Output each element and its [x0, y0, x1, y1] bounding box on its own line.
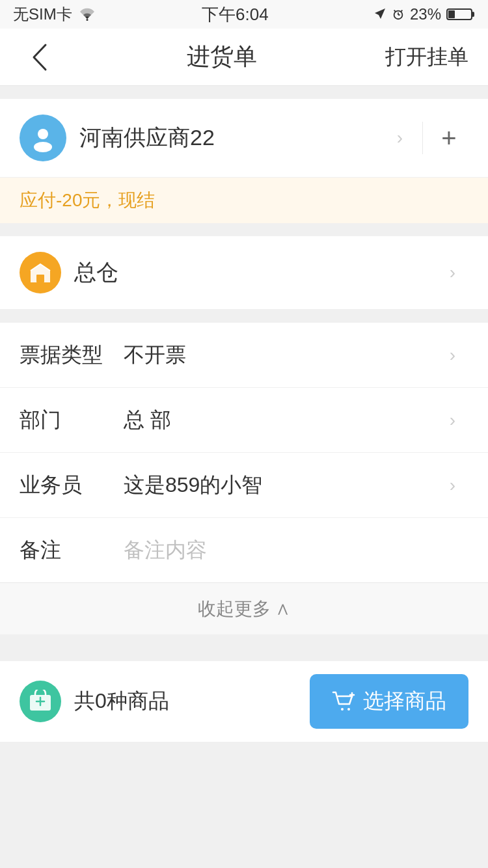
invoice-type-row[interactable]: 票据类型 不开票 ›: [0, 322, 488, 387]
status-bar: 无SIM卡 下午6:04 23%: [0, 0, 488, 29]
cart-icon: [332, 690, 355, 713]
supplier-name: 河南供应商22: [79, 123, 397, 153]
notice-bar: 应付-20元，现结: [0, 178, 488, 223]
section-gap-2: [0, 223, 488, 236]
department-label: 部门: [20, 406, 111, 435]
department-value: 总 部: [111, 406, 450, 435]
svg-point-14: [347, 708, 350, 711]
back-button[interactable]: [20, 38, 59, 77]
svg-rect-5: [472, 12, 474, 17]
add-supplier-button[interactable]: +: [429, 118, 468, 157]
status-right: 23%: [373, 5, 475, 23]
battery-label: 23%: [410, 5, 441, 23]
svg-point-0: [86, 19, 88, 21]
supplier-card: 河南供应商22 › + 应付-20元，现结: [0, 99, 488, 223]
invoice-type-label: 票据类型: [20, 341, 111, 370]
product-count-text: 共0种商品: [74, 687, 310, 716]
nav-bar: 进货单 打开挂单: [0, 29, 488, 86]
department-chevron-icon: ›: [450, 410, 455, 431]
supplier-row[interactable]: 河南供应商22 › +: [0, 99, 488, 178]
invoice-type-chevron-icon: ›: [450, 345, 455, 366]
warehouse-row[interactable]: 总仓 ›: [0, 236, 488, 309]
warehouse-chevron-icon: ›: [450, 262, 455, 283]
salesperson-label: 业务员: [20, 471, 111, 500]
product-count-icon: [20, 681, 61, 722]
collapse-button[interactable]: 收起更多 ∧: [0, 582, 488, 634]
carrier-label: 无SIM卡: [13, 4, 72, 25]
salesperson-value: 这是859的小智: [111, 471, 450, 500]
divider: [422, 122, 423, 154]
department-row[interactable]: 部门 总 部 ›: [0, 387, 488, 452]
battery-icon: [446, 7, 475, 21]
svg-rect-6: [448, 10, 455, 18]
remark-label: 备注: [20, 536, 111, 565]
salesperson-chevron-icon: ›: [450, 475, 455, 496]
svg-point-7: [38, 129, 48, 139]
form-card: 票据类型 不开票 › 部门 总 部 › 业务员 这是859的小智 › 备注 备注…: [0, 322, 488, 634]
bottom-bar: 共0种商品 选择商品: [0, 660, 488, 742]
supplier-chevron-icon: ›: [397, 128, 403, 148]
svg-point-13: [341, 708, 344, 711]
status-left: 无SIM卡: [13, 4, 97, 25]
salesperson-row[interactable]: 业务员 这是859的小智 ›: [0, 452, 488, 517]
section-gap-1: [0, 86, 488, 99]
open-pending-button[interactable]: 打开挂单: [385, 43, 468, 72]
warehouse-name: 总仓: [74, 258, 450, 288]
select-product-button[interactable]: 选择商品: [310, 674, 468, 729]
alarm-icon: [392, 7, 405, 21]
svg-rect-9: [36, 275, 44, 282]
supplier-avatar: [20, 115, 66, 161]
invoice-type-value: 不开票: [111, 341, 450, 370]
svg-point-8: [34, 142, 52, 152]
section-gap-3: [0, 309, 488, 322]
notice-text: 应付-20元，现结: [20, 190, 155, 210]
section-gap-4: [0, 634, 488, 647]
wifi-icon: [77, 7, 97, 21]
status-time: 下午6:04: [202, 3, 269, 26]
select-product-label: 选择商品: [363, 687, 446, 716]
page-title: 进货单: [187, 41, 257, 73]
warehouse-card: 总仓 ›: [0, 236, 488, 309]
bottom-background: [0, 742, 488, 868]
remark-row[interactable]: 备注 备注内容: [0, 517, 488, 582]
warehouse-avatar: [20, 252, 61, 293]
remark-value: 备注内容: [111, 536, 468, 565]
collapse-label: 收起更多 ∧: [198, 597, 291, 621]
location-icon: [373, 7, 386, 21]
